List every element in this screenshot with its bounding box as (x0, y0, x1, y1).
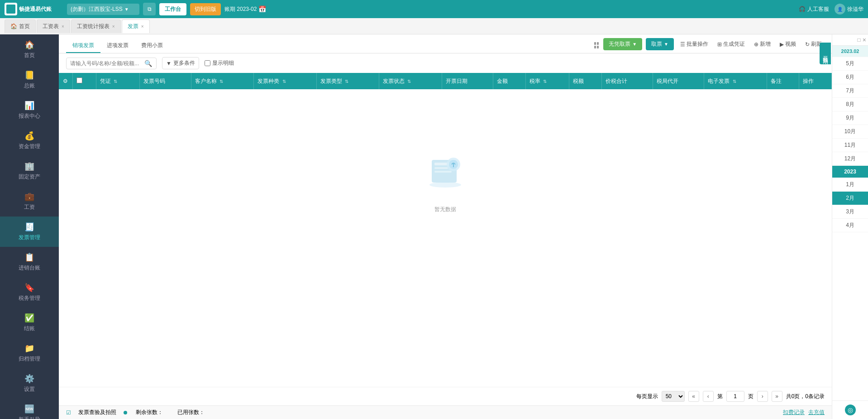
col-voucher: 凭证 ⇅ (96, 73, 140, 89)
check-icon: ☑ (66, 409, 71, 416)
invoice-type-sort-icon[interactable]: ⇅ (282, 79, 286, 84)
sidebar-archive-label: 归档管理 (19, 355, 40, 363)
panel-maximize-icon[interactable]: □ (858, 37, 861, 43)
date-item-12[interactable]: 12月 (832, 152, 868, 166)
ledger-icon: 📒 (24, 70, 34, 80)
sub-tab-expense-label: 费用小票 (141, 42, 163, 48)
open-period-button[interactable]: 开账日期 (820, 43, 831, 64)
new-invoice-button[interactable]: ⊕ 新增 (751, 38, 773, 50)
take-chevron: ▼ (664, 42, 668, 47)
check-label: 发票查验及拍照 (78, 409, 116, 416)
service-button[interactable]: 🎧 人工客服 (799, 5, 829, 13)
sidebar-sales-ledger-label: 进销台账 (19, 264, 40, 272)
no-voucher-label: 无凭取票 (609, 40, 630, 48)
col-invoice-type: 发票种类 ⇅ (254, 73, 316, 89)
sidebar-item-settlement[interactable]: ✅ 结账 (0, 308, 59, 338)
sub-tab-purchase[interactable]: 进项发票 (100, 39, 135, 53)
batch-op-button[interactable]: ☰ 批量操作 (677, 38, 711, 50)
no-voucher-button[interactable]: 无凭取票 ▼ (603, 38, 642, 50)
select-all-checkbox[interactable] (76, 77, 82, 83)
date-item-9[interactable]: 9月 (832, 111, 868, 125)
next-page-button[interactable]: › (757, 391, 768, 402)
go-right-link[interactable]: 去充值 (808, 409, 825, 416)
date-item-11[interactable]: 11月 (832, 139, 868, 152)
date-item-7[interactable]: 7月 (832, 84, 868, 98)
invoice-cat-sort-icon[interactable]: ⇅ (345, 79, 348, 84)
add-account-link[interactable]: 扣费记录 (783, 409, 805, 416)
sidebar-item-invoice-mgmt[interactable]: 🧾 发票管理 (0, 217, 59, 247)
show-details-checkbox-wrap[interactable]: 显示明细 (205, 59, 234, 67)
sidebar-item-reports[interactable]: 📊 报表中心 (0, 95, 59, 125)
settings-icon: ⚙️ (24, 374, 34, 384)
date-item-10[interactable]: 10月 (832, 125, 868, 139)
tab-salary-table-close[interactable]: × (62, 24, 64, 29)
tab-home[interactable]: 🏠 首页 (5, 19, 36, 33)
more-conditions-button[interactable]: ▼ 更多条件 (162, 57, 199, 69)
sidebar-item-salary[interactable]: 💼 工资 (0, 186, 59, 217)
video-label: 视频 (785, 40, 796, 48)
page-size-select[interactable]: 10 20 50 100 (662, 391, 685, 402)
date-item-2023-1[interactable]: 1月 (832, 178, 868, 192)
date-item-2023-3[interactable]: 3月 (832, 205, 868, 219)
search-icon[interactable]: 🔍 (144, 60, 152, 67)
salary-icon: 💼 (24, 192, 34, 202)
e-invoice-sort-icon[interactable]: ⇅ (733, 79, 736, 84)
sidebar-item-funds[interactable]: 💰 资金管理 (0, 125, 59, 156)
svg-rect-3 (434, 167, 448, 169)
show-details-checkbox[interactable] (205, 60, 210, 66)
tab-salary-table[interactable]: 工资表 × (37, 19, 70, 33)
sidebar-item-home[interactable]: 🏠 首页 (0, 34, 59, 65)
panel-bottom-icon[interactable]: ◎ (845, 405, 856, 415)
sidebar-item-archive[interactable]: 📁 归档管理 (0, 338, 59, 368)
tab-salary-stats[interactable]: 工资统计报表 × (71, 19, 121, 33)
tax-rate-sort-icon[interactable]: ⇅ (543, 79, 547, 84)
sidebar-item-tax[interactable]: 🔖 税务管理 (0, 277, 59, 308)
tab-salary-table-label: 工资表 (43, 23, 59, 30)
date-item-5[interactable]: 5月 (832, 57, 868, 71)
customer-sort-icon[interactable]: ⇅ (219, 79, 223, 84)
tab-salary-stats-close[interactable]: × (112, 24, 115, 29)
gen-voucher-button[interactable]: ⊞ 生成凭证 (715, 38, 748, 50)
date-item-8[interactable]: 8月 (832, 98, 868, 111)
video-button[interactable]: ▶ 视频 (777, 38, 799, 50)
invoice-status-sort-icon[interactable]: ⇅ (407, 79, 411, 84)
sub-tab-sales[interactable]: 销项发票 (66, 39, 100, 53)
last-page-button[interactable]: » (772, 391, 782, 402)
sidebar-item-guide[interactable]: 🆕 新手引导 (0, 399, 59, 419)
sidebar-item-settings[interactable]: ⚙️ 设置 (0, 368, 59, 399)
sub-tab-expense[interactable]: 费用小票 (135, 39, 169, 53)
user-area[interactable]: 👤 徐溢华 (835, 4, 863, 14)
calendar-icon[interactable]: 📅 (258, 5, 266, 13)
sidebar-guide-label: 新手引导 (19, 416, 40, 419)
panel-close-icon[interactable]: × (863, 36, 866, 43)
column-settings-button[interactable] (593, 41, 600, 48)
gen-voucher-icon: ⊞ (717, 41, 722, 48)
prev-page-button[interactable]: ‹ (703, 391, 714, 402)
voucher-sort-icon[interactable]: ⇅ (114, 79, 117, 84)
sidebar-assets-label: 固定资产 (19, 173, 40, 181)
sidebar-item-assets[interactable]: 🏢 固定资产 (0, 156, 59, 186)
date-item-6[interactable]: 6月 (832, 71, 868, 84)
page-input[interactable] (726, 391, 744, 402)
period-text: 账期 2023-02 (224, 5, 257, 13)
right-panel: □ × 2023.02 5月 6月 7月 8月 9月 10月 11月 12月 2… (832, 34, 868, 419)
copy-button[interactable]: ⧉ (143, 3, 156, 15)
tab-invoice-close[interactable]: × (141, 24, 144, 29)
workspace-button[interactable]: 工作台 (159, 3, 186, 15)
search-input[interactable] (70, 60, 143, 67)
date-item-2023-2[interactable]: 2月 (832, 192, 868, 205)
right-panel-top-icons: □ × (832, 34, 868, 46)
sidebar-item-ledger[interactable]: 📒 总账 (0, 65, 59, 95)
date-item-2023-4[interactable]: 4月 (832, 219, 868, 232)
company-selector[interactable]: (勿删）江西股宝-LSS ▼ (67, 4, 139, 15)
take-invoice-label: 取票 (651, 40, 662, 48)
switch-version-button[interactable]: 切到旧版 (190, 3, 221, 15)
tab-invoice[interactable]: 发票 × (122, 19, 150, 33)
take-invoice-button[interactable]: 取票 ▼ (646, 38, 674, 50)
sidebar-funds-label: 资金管理 (19, 143, 40, 150)
col-invoice-category: 发票类型 ⇅ (316, 73, 379, 89)
sidebar-settings-label: 设置 (24, 385, 35, 393)
first-page-button[interactable]: « (688, 391, 699, 402)
search-input-wrap: 🔍 (66, 58, 157, 69)
sidebar-item-sales-ledger[interactable]: 📋 进销台账 (0, 247, 59, 277)
